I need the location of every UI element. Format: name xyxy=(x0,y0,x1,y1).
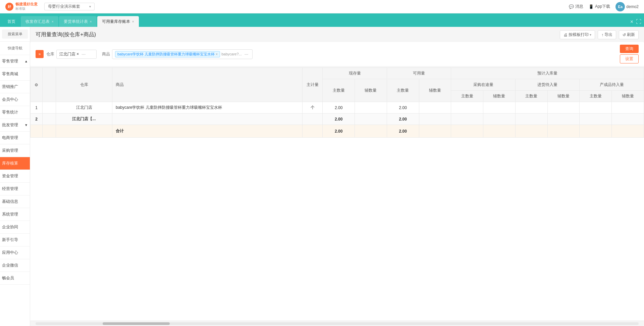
sidebar-item-purchase-label: 采购管理 xyxy=(2,148,18,153)
row1-pi-aux xyxy=(612,102,644,113)
logo-area: 好 畅捷通好生意 标准版 xyxy=(5,2,38,11)
footer-stock-main: 2.00 xyxy=(323,125,355,138)
product-more[interactable]: ··· xyxy=(243,51,250,57)
sidebar-operations-section: 经营管理 xyxy=(0,183,30,195)
sidebar-item-finance[interactable]: 资金管理 xyxy=(0,170,30,182)
close-all-button[interactable]: × xyxy=(630,19,633,25)
filter-right-buttons: 查询 设置 xyxy=(620,45,639,63)
page-title: 可用量查询(按仓库+商品) xyxy=(36,31,96,38)
sidebar-item-app-center[interactable]: 应用中心 xyxy=(0,246,30,259)
row2-pt-main xyxy=(451,113,483,125)
sidebar-item-purchase[interactable]: 采购管理 xyxy=(0,144,30,157)
tab-available-ledger[interactable]: 可用量库存账本 × xyxy=(97,16,139,27)
row2-empty xyxy=(43,113,56,125)
sidebar-item-new-guide[interactable]: 新手引导 xyxy=(0,234,30,246)
sidebar-item-retail-mall[interactable]: 零售商城 xyxy=(0,68,30,80)
sidebar-basic-section: 基础信息 xyxy=(0,195,30,208)
warehouse-more[interactable]: ··· xyxy=(80,51,87,57)
logo-icon: 好 xyxy=(5,3,13,11)
sidebar-item-marketing[interactable]: 营销推广 xyxy=(0,81,30,93)
print-button[interactable]: 🖨 按模板打印 ▾ xyxy=(560,30,595,39)
sidebar-item-inventory[interactable]: 库存核算 xyxy=(0,157,30,170)
sidebar-item-sys[interactable]: 系统管理 xyxy=(0,208,30,221)
product-tag-1: babycare学饮杯 儿童防摔防撞吸管杯重力球吸嘴杯宝宝水杯 × xyxy=(115,51,220,57)
horizontal-scrollbar[interactable] xyxy=(30,321,644,326)
sidebar-retail-stats-section: 零售统计 xyxy=(0,106,30,119)
tab-order-stats-label: 要货单统计表 xyxy=(64,19,88,25)
footer-pi-main xyxy=(580,125,612,138)
sidebar-item-enterprise[interactable]: 企业协同 xyxy=(0,221,30,233)
warehouse-remove[interactable]: × xyxy=(76,52,79,56)
tab-receive-summary[interactable]: 收发存汇总表 × xyxy=(21,16,58,27)
th-product: 商品 xyxy=(112,68,303,102)
settings-button[interactable]: 设置 xyxy=(620,54,639,63)
product-input[interactable]: babycare学饮杯 儿童防摔防撞吸管杯重力球吸嘴杯宝宝水杯 × babyca… xyxy=(112,49,253,59)
user-menu[interactable]: Ea demo2 xyxy=(615,2,639,11)
scrollbar-thumb[interactable] xyxy=(103,322,170,325)
table-row: 1 江北门店 babycare学饮杯 儿童防摔防撞吸管杯重力球吸嘴杯宝宝水杯 个… xyxy=(31,102,644,113)
sidebar-item-wechat[interactable]: 企业微信 xyxy=(0,259,30,272)
sidebar-item-wechat-label: 企业微信 xyxy=(2,263,18,268)
th-pi-aux: 辅数量 xyxy=(612,91,644,102)
footer-in-aux xyxy=(547,125,580,138)
page-header: 可用量查询(按仓库+商品) 🖨 按模板打印 ▾ ↑ 导出 ↺ 刷新 xyxy=(30,27,644,42)
tab-available-ledger-label: 可用量库存账本 xyxy=(102,19,130,25)
sidebar-quicknav-button[interactable]: 快捷导航 xyxy=(2,44,28,53)
expand-button[interactable]: ⛶ xyxy=(636,19,641,25)
tab-home-label: 首页 xyxy=(7,19,15,25)
refresh-button[interactable]: ↺ 刷新 xyxy=(619,30,639,39)
tab-available-ledger-close[interactable]: × xyxy=(132,20,134,24)
sidebar-item-wholesale[interactable]: 批发管理 ▼ xyxy=(0,119,30,131)
tab-home[interactable]: 首页 xyxy=(3,16,20,27)
sidebar-item-operations[interactable]: 经营管理 xyxy=(0,183,30,195)
tab-receive-summary-close[interactable]: × xyxy=(52,20,54,24)
row1-in-main xyxy=(515,102,547,113)
print-icon: 🖨 xyxy=(564,33,568,37)
tab-order-stats[interactable]: 要货单统计表 × xyxy=(59,16,97,27)
export-button[interactable]: ↑ 导出 xyxy=(598,30,616,39)
sidebar-item-retail-mgmt[interactable]: 零售管理 ▲ xyxy=(0,55,30,67)
filter-expand-button[interactable]: » xyxy=(36,50,44,58)
warehouse-tag: 江北门店 × xyxy=(59,51,79,57)
nav-right-actions: × ⛶ xyxy=(630,19,641,25)
row2-stock-aux xyxy=(355,113,387,125)
sidebar-item-member[interactable]: 会员中心 xyxy=(0,93,30,106)
tab-order-stats-close[interactable]: × xyxy=(90,20,92,24)
sidebar-item-retail-stats[interactable]: 零售统计 xyxy=(0,106,30,119)
sidebar-item-finance-label: 资金管理 xyxy=(2,173,18,179)
th-available-aux: 辅数量 xyxy=(419,79,451,102)
sidebar-item-vip[interactable]: 畅会员 xyxy=(0,272,30,284)
sidebar-search-button[interactable]: 搜索菜单 xyxy=(2,30,28,39)
logo-text-block: 畅捷通好生意 标准版 xyxy=(15,2,38,11)
sidebar-item-wholesale-arrow: ▼ xyxy=(24,123,28,127)
th-in-aux: 辅数量 xyxy=(547,91,580,102)
sidebar-item-basic[interactable]: 基础信息 xyxy=(0,195,30,208)
row2-warehouse: 江北门店【... xyxy=(56,113,112,125)
warehouse-label: 仓库 xyxy=(46,51,54,57)
product-tag-1-remove[interactable]: × xyxy=(216,52,218,56)
chat-button[interactable]: 💬 消息 xyxy=(569,4,583,9)
industry-selector[interactable]: 母婴行业演示账套 ▾ xyxy=(44,3,95,10)
th-gear[interactable]: ⚙ xyxy=(31,68,43,102)
th-pt-aux: 辅数量 xyxy=(483,91,516,102)
app-download-button[interactable]: 📱 App下载 xyxy=(589,4,610,9)
sidebar-item-app-center-label: 应用中心 xyxy=(2,250,18,255)
search-button[interactable]: 查询 xyxy=(620,45,639,53)
sidebar-sys-section: 系统管理 xyxy=(0,208,30,221)
sidebar-purchase-section: 采购管理 xyxy=(0,144,30,157)
tab-receive-summary-label: 收发存汇总表 xyxy=(25,19,50,25)
row1-empty xyxy=(43,102,56,113)
th-stock-aux: 辅数量 xyxy=(355,79,387,102)
sidebar-item-wholesale-label: 批发管理 xyxy=(2,122,18,128)
sidebar-item-ecommerce[interactable]: 电商管理 xyxy=(0,132,30,144)
row2-available-aux xyxy=(419,113,451,125)
scrollbar-track[interactable] xyxy=(36,322,639,325)
logo-sub: 标准版 xyxy=(15,6,38,11)
warehouse-input[interactable]: 江北门店 × ··· xyxy=(56,50,97,59)
footer-pt-aux xyxy=(483,125,516,138)
sidebar-item-retail-stats-label: 零售统计 xyxy=(2,109,18,115)
print-chevron: ▾ xyxy=(590,33,591,37)
footer-pt-main xyxy=(451,125,483,138)
row2-unit xyxy=(303,113,323,125)
row2-index: 2 xyxy=(31,113,43,125)
